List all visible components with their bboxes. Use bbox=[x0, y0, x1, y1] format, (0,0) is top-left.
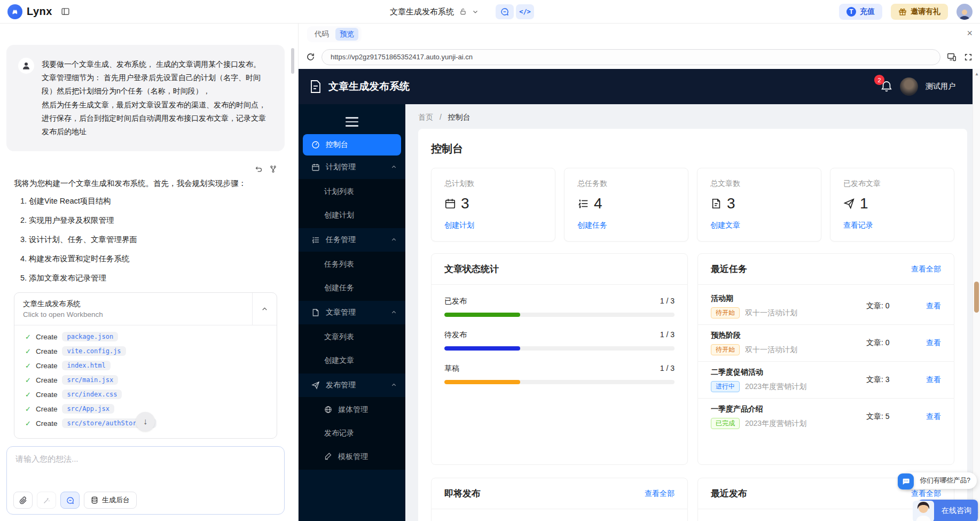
file-chip[interactable]: src/App.jsx bbox=[62, 404, 114, 414]
menu-collapse-button[interactable] bbox=[299, 110, 405, 134]
sidebar-item-dashboard[interactable]: 控制台 bbox=[303, 134, 401, 155]
assistant-steps: 1. 创建Vite React项目结构 2. 实现用户登录及权限管理 3. 设计… bbox=[14, 196, 277, 283]
sidebar-item-label: 任务列表 bbox=[324, 260, 354, 269]
progress-label: 草稿 bbox=[444, 364, 459, 374]
support-question-bubble[interactable]: 你们有哪些产品? bbox=[902, 472, 977, 489]
responsive-icon[interactable] bbox=[947, 53, 957, 61]
sidebar-item-label: 媒体管理 bbox=[338, 405, 368, 415]
undo-icon[interactable] bbox=[255, 165, 263, 173]
sidebar-item-templates[interactable]: 模板管理 bbox=[299, 445, 405, 469]
scroll-to-bottom-button[interactable]: ↓ bbox=[136, 412, 155, 431]
notification-badge: 2 bbox=[874, 75, 884, 85]
stat-value: 1 bbox=[860, 195, 868, 212]
brand[interactable]: Lynx bbox=[7, 4, 52, 19]
sidebar-item-article-list[interactable]: 文章列表 bbox=[299, 325, 405, 349]
close-icon[interactable]: × bbox=[967, 28, 973, 39]
attach-button[interactable] bbox=[13, 492, 33, 509]
publish-row: 2023-03-05 12:00:00 bbox=[432, 509, 687, 521]
calendar-icon bbox=[444, 198, 456, 209]
task-plan: 2023年度营销计划 bbox=[745, 382, 806, 392]
view-link[interactable]: 查看 bbox=[914, 375, 941, 385]
fullscreen-icon[interactable] bbox=[964, 53, 973, 61]
user-avatar[interactable] bbox=[957, 4, 973, 20]
scroll-up-arrow[interactable]: ▲ bbox=[973, 70, 980, 77]
chevron-down-icon[interactable] bbox=[472, 9, 479, 15]
file-chip[interactable]: package.json bbox=[62, 332, 118, 341]
user-message-text: 我要做一个文章生成、发布系统， 生成的文章调用某个接口发布。 文章管理细节为： … bbox=[42, 58, 273, 138]
stat-link[interactable]: 创建文章 bbox=[710, 221, 740, 230]
sidebar-item-media[interactable]: 媒体管理 bbox=[299, 398, 405, 422]
check-icon: ✓ bbox=[25, 419, 31, 427]
preview-tabs-row: 代码 预览 × bbox=[299, 24, 980, 45]
sidebar-item-label: 计划列表 bbox=[324, 187, 354, 197]
preview-scrollbar[interactable]: ▲ ▼ bbox=[973, 69, 980, 521]
send-icon bbox=[311, 381, 320, 390]
enhance-button[interactable] bbox=[37, 492, 56, 509]
view-all-link[interactable]: 查看全部 bbox=[645, 489, 675, 499]
generate-backend-button[interactable]: 生成后台 bbox=[84, 492, 137, 509]
database-icon bbox=[91, 496, 98, 504]
chat-scrollbar-thumb[interactable] bbox=[291, 48, 294, 74]
sidebar-toggle-icon[interactable] bbox=[61, 7, 70, 16]
sidebar-group-publish[interactable]: 发布管理 bbox=[299, 374, 405, 397]
breadcrumb-home[interactable]: 首页 bbox=[418, 113, 433, 121]
sidebar-item-article-create[interactable]: 创建文章 bbox=[299, 349, 405, 372]
url-input[interactable] bbox=[322, 49, 940, 65]
sidebar-item-task-list[interactable]: 任务列表 bbox=[299, 253, 405, 276]
project-title[interactable]: 文章生成发布系统 bbox=[390, 7, 454, 17]
stat-link[interactable]: 创建任务 bbox=[577, 221, 607, 230]
stat-link[interactable]: 查看记录 bbox=[843, 221, 873, 230]
sidebar-item-publish-records[interactable]: 发布记录 bbox=[299, 422, 405, 445]
chat-history[interactable]: 我要做一个文章生成、发布系统， 生成的文章调用某个接口发布。 文章管理细节为： … bbox=[0, 24, 291, 441]
workbench-open-area[interactable]: 文章生成发布系统 Click to open Workbench bbox=[14, 293, 252, 325]
sidebar-group-articles[interactable]: 文章管理 bbox=[299, 301, 405, 324]
tab-code[interactable]: 代码 bbox=[310, 28, 333, 41]
step-item: 1. 创建Vite React项目结构 bbox=[20, 196, 277, 206]
breadcrumb: 首页 / 控制台 bbox=[405, 104, 980, 129]
tab-preview[interactable]: 预览 bbox=[335, 28, 358, 41]
sidebar-group-tasks[interactable]: 任务管理 bbox=[299, 228, 405, 252]
chat-mode-toggle-button[interactable] bbox=[60, 492, 80, 509]
app-user-avatar[interactable] bbox=[900, 77, 918, 96]
sidebar-group-plans[interactable]: 计划管理 bbox=[299, 155, 405, 179]
refresh-icon[interactable] bbox=[306, 52, 315, 61]
app-user-name: 测试用户 bbox=[926, 82, 955, 91]
view-link[interactable]: 查看 bbox=[914, 412, 941, 422]
view-all-link[interactable]: 查看全部 bbox=[911, 489, 941, 499]
task-article-count: 文章: 0 bbox=[866, 338, 914, 348]
chat-input[interactable] bbox=[15, 454, 276, 486]
fork-icon[interactable] bbox=[269, 165, 277, 173]
progress-value: 1 / 3 bbox=[660, 364, 675, 374]
stat-label: 总文章数 bbox=[710, 179, 808, 189]
file-chip[interactable]: src/main.jsx bbox=[62, 375, 118, 385]
sidebar-item-plan-list[interactable]: 计划列表 bbox=[299, 180, 405, 204]
view-link[interactable]: 查看 bbox=[914, 338, 941, 348]
ordered-list-icon bbox=[311, 236, 320, 244]
workbench-collapse-button[interactable] bbox=[252, 293, 277, 325]
check-icon: ✓ bbox=[25, 405, 31, 413]
assistant-intro: 我将为您构建一个文章生成和发布系统。首先，我会规划实现步骤： bbox=[14, 178, 277, 189]
view-link[interactable]: 查看 bbox=[914, 301, 941, 311]
file-chip[interactable]: vite.config.js bbox=[62, 346, 126, 356]
stat-link[interactable]: 创建计划 bbox=[444, 221, 474, 230]
scrollbar-thumb[interactable] bbox=[974, 282, 979, 313]
notifications-button[interactable]: 2 bbox=[881, 80, 892, 93]
support-question-text: 你们有哪些产品? bbox=[920, 477, 970, 484]
sidebar-item-task-create[interactable]: 创建任务 bbox=[299, 276, 405, 300]
chat-mode-button[interactable] bbox=[496, 4, 514, 19]
online-consult-button[interactable]: 在线咨询 bbox=[918, 500, 978, 521]
view-all-link[interactable]: 查看全部 bbox=[911, 265, 941, 274]
file-chip[interactable]: src/index.css bbox=[62, 390, 122, 399]
recharge-button[interactable]: T 充值 bbox=[839, 4, 882, 20]
progress-pending: 待发布1 / 3 bbox=[444, 330, 675, 351]
task-plan: 双十一活动计划 bbox=[745, 345, 797, 355]
dashboard-icon bbox=[311, 141, 320, 149]
sidebar-item-plan-create[interactable]: 创建计划 bbox=[299, 204, 405, 227]
file-chip[interactable]: index.html bbox=[62, 361, 110, 370]
task-row: 一季度产品介绍 已完成2023年度营销计划 文章: 5 查看 bbox=[698, 399, 954, 435]
code-mode-button[interactable]: </> bbox=[516, 4, 534, 19]
check-icon: ✓ bbox=[25, 333, 31, 341]
check-icon: ✓ bbox=[25, 362, 31, 370]
progress-value: 1 / 3 bbox=[660, 330, 675, 340]
invite-button[interactable]: 邀请有礼 bbox=[891, 4, 948, 20]
